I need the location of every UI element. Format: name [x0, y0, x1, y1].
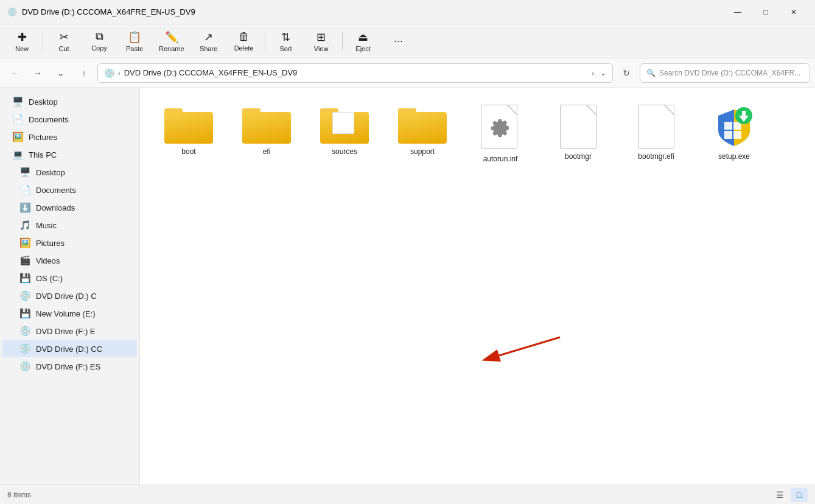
address-path: DVD Drive (D:) CCCOMA_X64FRE_EN-US_DV9	[124, 68, 589, 77]
file-item-boot[interactable]: boot	[152, 100, 225, 168]
boot-label: boot	[181, 147, 195, 156]
search-icon: 🔍	[646, 69, 656, 77]
cut-button[interactable]: ✂ Cut	[47, 27, 81, 56]
efi-folder-icon	[242, 105, 291, 144]
pictures-icon: 🖼️	[12, 131, 24, 142]
address-chevron-1: ›	[118, 69, 121, 77]
documents2-icon: 📄	[19, 184, 31, 195]
sidebar-item-dvd-active[interactable]: 💿 DVD Drive (D:) CC	[2, 340, 137, 357]
address-chevron-2: ›	[592, 69, 594, 77]
file-item-support[interactable]: support	[386, 100, 459, 168]
more-button[interactable]: ···	[382, 27, 416, 56]
eject-icon: ⏏	[358, 30, 368, 44]
sidebar-item-pictures-quick[interactable]: 🖼️ Pictures	[2, 128, 137, 145]
addressbar-row: ← → ⌄ ↑ 💿 › DVD Drive (D:) CCCOMA_X64FRE…	[0, 58, 815, 88]
downloads-icon: ⬇️	[19, 202, 31, 213]
autorun-icon	[481, 105, 520, 151]
search-box[interactable]: 🔍 Search DVD Drive (D:) CCCOMA_X64FR...	[640, 63, 810, 83]
sidebar-item-dvd-f[interactable]: 💿 DVD Drive (F:) E	[2, 323, 137, 340]
title-bar-controls: — □ ✕	[724, 0, 808, 24]
address-dropdown-arrow[interactable]: ⌄	[600, 69, 606, 77]
dvd-d-icon: 💿	[19, 290, 31, 301]
bootmgr-efi-label: bootmgr.efi	[638, 152, 674, 161]
grid-view-button[interactable]: □	[791, 488, 808, 502]
file-item-efi[interactable]: efi	[230, 100, 303, 168]
sort-label: Sort	[279, 45, 292, 52]
sidebar-label-desktop-quick: Desktop	[29, 97, 58, 107]
eject-button[interactable]: ⏏ Eject	[346, 27, 380, 56]
sidebar-label-documents-quick: Documents	[29, 115, 69, 124]
copy-button[interactable]: ⧉ Copy	[82, 27, 116, 56]
sidebar-item-pictures[interactable]: 🖼️ Pictures	[2, 234, 137, 251]
maximize-button[interactable]: □	[752, 0, 780, 24]
refresh-button[interactable]: ↻	[617, 63, 636, 83]
sidebar-item-documents-quick[interactable]: 📄 Documents	[2, 111, 137, 128]
rename-icon: ✏️	[165, 30, 178, 44]
sidebar-label-music: Music	[36, 221, 57, 230]
expand-button[interactable]: ⌄	[51, 63, 71, 83]
address-bar[interactable]: 💿 › DVD Drive (D:) CCCOMA_X64FRE_EN-US_D…	[97, 63, 613, 83]
bootmgr-label: bootmgr	[565, 152, 592, 161]
search-placeholder: Search DVD Drive (D:) CCCOMA_X64FR...	[659, 69, 800, 77]
sidebar-item-downloads[interactable]: ⬇️ Downloads	[2, 199, 137, 216]
view-button[interactable]: ⊞ View	[304, 27, 338, 56]
setup-icon	[712, 105, 756, 149]
file-item-autorun[interactable]: autorun.inf	[464, 100, 537, 168]
view-controls: ☰ □	[771, 488, 808, 502]
view-icon: ⊞	[317, 30, 326, 44]
list-view-button[interactable]: ☰	[771, 488, 788, 502]
sidebar-item-desktop-quick[interactable]: 🖥️ Desktop	[2, 93, 137, 110]
file-item-bootmgr[interactable]: bootmgr	[542, 100, 615, 168]
more-icon: ···	[394, 35, 403, 47]
rename-button[interactable]: ✏️ Rename	[153, 27, 191, 56]
file-item-setup[interactable]: setup.exe	[698, 100, 771, 168]
desktop-icon: 🖥️	[12, 96, 24, 107]
up-button[interactable]: ↑	[74, 63, 94, 83]
sidebar-item-desktop[interactable]: 🖥️ Desktop	[2, 164, 137, 181]
forward-button[interactable]: →	[28, 63, 47, 83]
setup-svg	[712, 105, 756, 149]
sidebar-item-documents[interactable]: 📄 Documents	[2, 181, 137, 198]
main-layout: 🖥️ Desktop 📄 Documents 🖼️ Pictures 💻 Thi…	[0, 88, 815, 485]
svg-rect-3	[733, 131, 741, 139]
efi-label: efi	[263, 147, 271, 156]
back-button[interactable]: ←	[5, 63, 24, 83]
sidebar-item-osc[interactable]: 💾 OS (C:)	[2, 270, 137, 287]
sidebar-label-pictures-quick: Pictures	[29, 133, 57, 142]
support-label: support	[410, 147, 435, 156]
copy-icon: ⧉	[96, 30, 103, 43]
sidebar-item-videos[interactable]: 🎬 Videos	[2, 252, 137, 269]
status-bar: 8 items ☰ □	[0, 485, 815, 504]
sort-button[interactable]: ⇅ Sort	[269, 27, 303, 56]
close-button[interactable]: ✕	[780, 0, 808, 24]
sidebar-item-music[interactable]: 🎵 Music	[2, 217, 137, 234]
sidebar-item-volume-e[interactable]: 💾 New Volume (E:)	[2, 305, 137, 322]
setup-label: setup.exe	[718, 152, 750, 161]
cut-label: Cut	[58, 45, 69, 52]
file-item-sources[interactable]: sources	[308, 100, 381, 168]
delete-label: Delete	[234, 44, 254, 52]
svg-line-8	[499, 337, 560, 355]
minimize-button[interactable]: —	[724, 0, 752, 24]
annotation-arrow	[450, 319, 572, 368]
copy-label: Copy	[91, 44, 107, 52]
view-label: View	[314, 45, 329, 52]
sidebar-label-dvd-active: DVD Drive (D:) CC	[36, 345, 102, 354]
new-button[interactable]: ✚ New	[5, 27, 39, 56]
delete-button[interactable]: 🗑 Delete	[227, 27, 261, 56]
sidebar-label-volume-e: New Volume (E:)	[36, 309, 96, 318]
bootmgr-efi-icon	[638, 105, 674, 149]
share-button[interactable]: ↗ Share	[192, 27, 226, 56]
bootmgr-icon	[560, 105, 596, 149]
sidebar-item-thispc[interactable]: 💻 This PC	[2, 146, 137, 163]
item-count: 8 items	[7, 491, 31, 499]
sources-folder-icon	[320, 105, 369, 144]
osc-icon: 💾	[19, 273, 31, 284]
dvd-f-icon: 💿	[19, 326, 31, 337]
delete-icon: 🗑	[239, 30, 250, 43]
sidebar-item-dvd-d[interactable]: 💿 DVD Drive (D:) C	[2, 287, 137, 304]
sidebar-item-dvd-f2[interactable]: 💿 DVD Drive (F:) ES	[2, 358, 137, 375]
paste-button[interactable]: 📋 Paste	[117, 27, 152, 56]
file-item-bootmgr-efi[interactable]: bootmgr.efi	[620, 100, 693, 168]
dvd-active-icon: 💿	[19, 343, 31, 354]
